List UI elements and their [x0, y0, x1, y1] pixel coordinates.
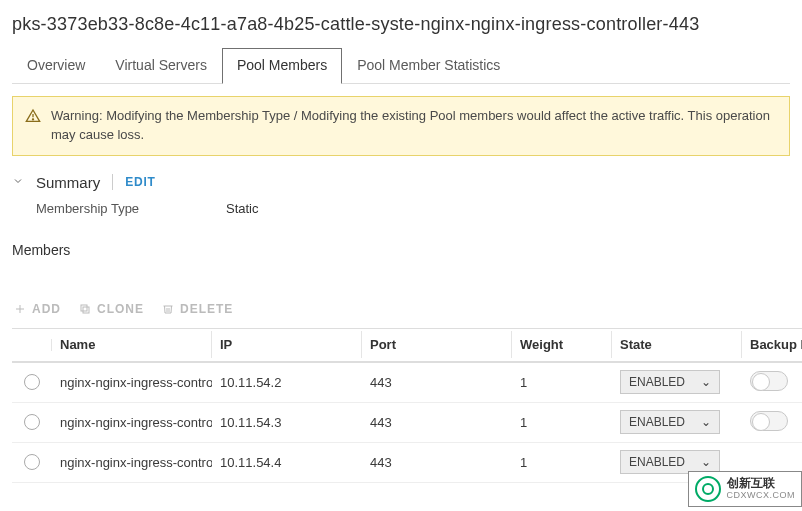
cell-port: 443 [362, 449, 512, 476]
cell-weight: 1 [512, 409, 612, 436]
chevron-down-icon[interactable] [12, 175, 24, 190]
cell-ip: 10.11.54.2 [212, 369, 362, 396]
col-ip[interactable]: IP [212, 331, 362, 358]
backup-toggle[interactable] [750, 411, 788, 431]
table-row: nginx-nginx-ingress-controller 10.11.54.… [12, 363, 802, 403]
cell-port: 443 [362, 369, 512, 396]
warning-text: Warning: Modifying the Membership Type /… [51, 107, 777, 145]
membership-type-value: Static [226, 201, 259, 216]
tab-pool-member-statistics[interactable]: Pool Member Statistics [342, 48, 515, 84]
warning-banner: Warning: Modifying the Membership Type /… [12, 96, 790, 156]
delete-button[interactable]: DELETE [162, 302, 233, 316]
cell-port: 443 [362, 409, 512, 436]
page-title: pks-3373eb33-8c8e-4c11-a7a8-4b25-cattle-… [0, 0, 802, 47]
chevron-down-icon: ⌄ [697, 455, 715, 469]
summary-heading: Summary [36, 174, 100, 191]
plus-icon [14, 303, 26, 315]
table-row: nginx-nginx-ingress-controller 10.11.54.… [12, 443, 802, 483]
svg-point-1 [32, 119, 33, 120]
cell-name: nginx-nginx-ingress-controller [52, 409, 212, 436]
state-value: ENABLED [629, 415, 685, 429]
state-select[interactable]: ENABLED ⌄ [620, 410, 720, 434]
add-button[interactable]: ADD [14, 302, 61, 316]
backup-toggle[interactable] [750, 371, 788, 391]
svg-rect-5 [81, 305, 87, 311]
col-state[interactable]: State [612, 331, 742, 358]
summary-header: Summary EDIT [0, 156, 802, 195]
add-label: ADD [32, 302, 61, 316]
clone-button[interactable]: CLONE [79, 302, 144, 316]
membership-type-label: Membership Type [36, 201, 226, 216]
col-port[interactable]: Port [362, 331, 512, 358]
table-row: nginx-nginx-ingress-controller 10.11.54.… [12, 403, 802, 443]
tab-overview[interactable]: Overview [12, 48, 100, 84]
col-name[interactable]: Name [52, 331, 212, 358]
warning-icon [25, 108, 41, 124]
cell-weight: 1 [512, 449, 612, 476]
cell-ip: 10.11.54.4 [212, 449, 362, 476]
summary-body: Membership Type Static [0, 195, 802, 224]
watermark-logo-icon [695, 476, 721, 502]
row-radio[interactable] [24, 414, 40, 430]
col-weight[interactable]: Weight [512, 331, 612, 358]
members-table: Name IP Port Weight State Backup M nginx… [12, 328, 802, 483]
trash-icon [162, 303, 174, 315]
members-toolbar: ADD CLONE DELETE [0, 268, 802, 328]
row-radio[interactable] [24, 374, 40, 390]
watermark-sub: CDXWCX.COM [727, 491, 796, 501]
tab-virtual-servers[interactable]: Virtual Servers [100, 48, 222, 84]
state-value: ENABLED [629, 455, 685, 469]
members-heading: Members [0, 224, 802, 268]
state-select[interactable]: ENABLED ⌄ [620, 370, 720, 394]
tab-pool-members[interactable]: Pool Members [222, 48, 342, 84]
cell-name: nginx-nginx-ingress-controller [52, 369, 212, 396]
chevron-down-icon: ⌄ [697, 415, 715, 429]
edit-button[interactable]: EDIT [125, 175, 156, 189]
state-value: ENABLED [629, 375, 685, 389]
watermark-brand: 创新互联 [727, 477, 796, 490]
cell-name: nginx-nginx-ingress-controller [52, 449, 212, 476]
cell-ip: 10.11.54.3 [212, 409, 362, 436]
watermark: 创新互联 CDXWCX.COM [688, 471, 803, 507]
svg-rect-4 [83, 307, 89, 313]
delete-label: DELETE [180, 302, 233, 316]
tabs: Overview Virtual Servers Pool Members Po… [12, 47, 790, 84]
clone-label: CLONE [97, 302, 144, 316]
chevron-down-icon: ⌄ [697, 375, 715, 389]
divider [112, 174, 113, 190]
table-header: Name IP Port Weight State Backup M [12, 329, 802, 363]
row-radio[interactable] [24, 454, 40, 470]
clone-icon [79, 303, 91, 315]
col-backup[interactable]: Backup M [742, 331, 802, 358]
cell-weight: 1 [512, 369, 612, 396]
